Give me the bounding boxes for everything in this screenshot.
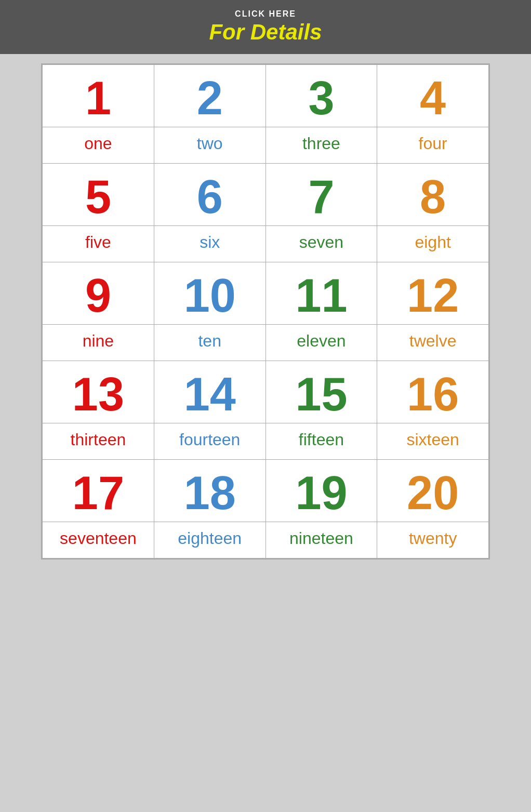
word-cell-nine: nine xyxy=(43,325,154,361)
number-cell-18: 18 xyxy=(154,460,266,522)
number-cell-10: 10 xyxy=(154,262,266,325)
number-digit-12: 12 xyxy=(407,270,459,322)
header-click-here: CLICK HERE xyxy=(235,9,296,19)
word-cell-twelve: twelve xyxy=(377,325,489,361)
number-digit-13: 13 xyxy=(72,368,124,420)
word-cell-nineteen: nineteen xyxy=(266,522,377,558)
number-digit-18: 18 xyxy=(184,467,236,519)
number-cell-6: 6 xyxy=(154,164,266,226)
number-cell-17: 17 xyxy=(43,460,154,522)
number-cell-19: 19 xyxy=(266,460,377,522)
word-text-eighteen: eighteen xyxy=(178,529,242,548)
numbers-table: 1234onetwothreefour5678fivesixseveneight… xyxy=(42,64,489,558)
word-text-seventeen: seventeen xyxy=(60,529,137,548)
word-text-thirteen: thirteen xyxy=(71,430,126,449)
word-cell-fifteen: fifteen xyxy=(266,423,377,460)
page-header[interactable]: CLICK HERE For Details xyxy=(0,0,531,54)
number-digit-3: 3 xyxy=(308,72,334,124)
number-cell-13: 13 xyxy=(43,361,154,423)
word-cell-six: six xyxy=(154,226,266,262)
word-text-nine: nine xyxy=(83,331,114,350)
number-cell-12: 12 xyxy=(377,262,489,325)
word-cell-four: four xyxy=(377,127,489,164)
word-cell-eight: eight xyxy=(377,226,489,262)
word-cell-five: five xyxy=(43,226,154,262)
number-cell-1: 1 xyxy=(43,65,154,127)
numbers-table-wrapper: 1234onetwothreefour5678fivesixseveneight… xyxy=(41,63,490,560)
word-cell-two: two xyxy=(154,127,266,164)
word-text-sixteen: sixteen xyxy=(406,430,459,449)
number-cell-11: 11 xyxy=(266,262,377,325)
number-cell-20: 20 xyxy=(377,460,489,522)
number-cell-16: 16 xyxy=(377,361,489,423)
word-text-two: two xyxy=(197,134,223,153)
word-cell-twenty: twenty xyxy=(377,522,489,558)
word-cell-fourteen: fourteen xyxy=(154,423,266,460)
number-cell-4: 4 xyxy=(377,65,489,127)
word-cell-eighteen: eighteen xyxy=(154,522,266,558)
word-cell-eleven: eleven xyxy=(266,325,377,361)
number-digit-6: 6 xyxy=(197,171,223,223)
word-text-twenty: twenty xyxy=(409,529,457,548)
number-digit-19: 19 xyxy=(295,467,347,519)
number-digit-17: 17 xyxy=(72,467,124,519)
word-cell-seven: seven xyxy=(266,226,377,262)
number-digit-10: 10 xyxy=(184,270,236,322)
word-text-seven: seven xyxy=(299,233,343,251)
number-digit-8: 8 xyxy=(420,171,446,223)
number-cell-5: 5 xyxy=(43,164,154,226)
word-text-three: three xyxy=(302,134,340,153)
number-digit-2: 2 xyxy=(197,72,223,124)
number-digit-16: 16 xyxy=(407,368,459,420)
header-for-details: For Details xyxy=(209,20,322,45)
number-digit-4: 4 xyxy=(420,72,446,124)
word-cell-one: one xyxy=(43,127,154,164)
word-text-fifteen: fifteen xyxy=(299,430,344,449)
number-digit-5: 5 xyxy=(85,171,111,223)
word-cell-seventeen: seventeen xyxy=(43,522,154,558)
word-cell-thirteen: thirteen xyxy=(43,423,154,460)
word-cell-three: three xyxy=(266,127,377,164)
number-cell-14: 14 xyxy=(154,361,266,423)
word-text-five: five xyxy=(85,233,111,251)
word-text-twelve: twelve xyxy=(409,331,457,350)
word-cell-sixteen: sixteen xyxy=(377,423,489,460)
number-digit-14: 14 xyxy=(184,368,236,420)
number-digit-9: 9 xyxy=(85,270,111,322)
number-cell-15: 15 xyxy=(266,361,377,423)
word-text-four: four xyxy=(419,134,447,153)
word-text-ten: ten xyxy=(198,331,221,350)
number-digit-1: 1 xyxy=(85,72,111,124)
number-digit-20: 20 xyxy=(407,467,459,519)
word-text-six: six xyxy=(200,233,220,251)
number-cell-9: 9 xyxy=(43,262,154,325)
word-text-eleven: eleven xyxy=(297,331,346,350)
number-cell-7: 7 xyxy=(266,164,377,226)
number-cell-8: 8 xyxy=(377,164,489,226)
number-digit-15: 15 xyxy=(295,368,347,420)
word-text-nineteen: nineteen xyxy=(289,529,353,548)
number-digit-11: 11 xyxy=(295,270,347,322)
word-text-one: one xyxy=(84,134,112,153)
number-cell-3: 3 xyxy=(266,65,377,127)
number-cell-2: 2 xyxy=(154,65,266,127)
number-digit-7: 7 xyxy=(308,171,334,223)
word-text-eight: eight xyxy=(415,233,450,251)
word-cell-ten: ten xyxy=(154,325,266,361)
word-text-fourteen: fourteen xyxy=(179,430,240,449)
